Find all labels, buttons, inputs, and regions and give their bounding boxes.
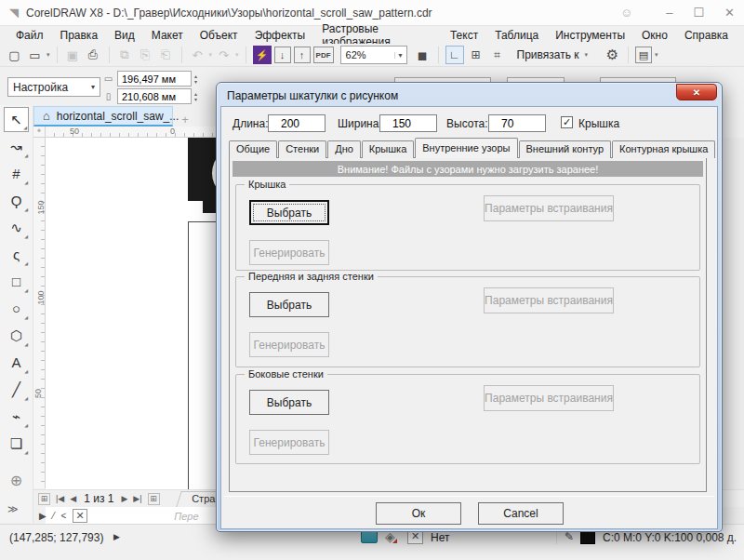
show-guidelines-icon[interactable]: ⌗ (488, 46, 507, 64)
maximize-button[interactable]: ☐ (693, 6, 704, 20)
show-grid-icon[interactable]: ⊞ (467, 46, 485, 64)
tab-inner-patterns[interactable]: Внутренние узоры (415, 138, 517, 158)
menu-tools[interactable]: Инструменты (547, 27, 633, 44)
drop-shadow-tool[interactable]: ❏◢ (4, 431, 29, 456)
open-icon[interactable]: ▭ (26, 46, 44, 64)
snap-to-label[interactable]: Привязать к (517, 48, 579, 61)
tab-walls[interactable]: Стенки (278, 140, 326, 158)
polygon-tool[interactable]: ⬡◢ (4, 323, 29, 348)
add-page-button[interactable]: ⊞ (148, 493, 160, 505)
zoom-tool[interactable]: Ϙ◢ (4, 188, 29, 213)
minimize-button[interactable]: – (666, 6, 672, 20)
add-page-button[interactable]: ⊞ (38, 493, 50, 505)
dialog-close-button[interactable]: ✕ (676, 84, 717, 100)
length-input[interactable] (268, 114, 326, 132)
preset-dropdown-icon[interactable]: ▾ (91, 83, 95, 91)
vertical-ruler[interactable]: 150 100 50 (33, 138, 46, 488)
tab-contour-lid[interactable]: Контурная крышка (612, 140, 715, 158)
lid-select-button[interactable]: Выбрать (249, 200, 329, 225)
import-icon[interactable]: ↓ (274, 47, 291, 63)
options-gear-icon[interactable]: ⚙ (604, 46, 621, 64)
dimension-tool[interactable]: ╱◢ (4, 377, 29, 402)
menu-file[interactable]: Файл (7, 27, 52, 44)
copy-icon[interactable]: ⎘ (137, 46, 154, 64)
show-rulers-icon[interactable]: ∟ (445, 46, 464, 64)
first-page-icon[interactable]: |◀ (56, 494, 64, 503)
shape-tool[interactable]: ↝◢ (4, 134, 29, 159)
spin-down-icon[interactable]: ▾ (194, 97, 197, 102)
page-width-input[interactable] (117, 71, 192, 87)
launcher-dropdown-icon[interactable]: ▾ (655, 51, 658, 59)
connector-tool[interactable]: ⌁◢ (4, 404, 29, 429)
crop-tool[interactable]: #◢ (4, 161, 29, 186)
undo-dropdown-icon[interactable]: ▾ (209, 51, 213, 59)
palette-eyedropper-icon[interactable]: ⁄ (53, 511, 55, 521)
redo-dropdown-icon[interactable]: ▾ (235, 51, 239, 59)
cut-icon[interactable]: ⧉ (116, 46, 134, 64)
palette-scroll-left-icon[interactable]: < (60, 511, 66, 521)
ok-button[interactable]: Ок (376, 502, 461, 525)
freehand-tool[interactable]: ∿◢ (4, 215, 29, 240)
no-color-swatch[interactable]: ✕ (73, 509, 87, 523)
tab-lid[interactable]: Крышка (362, 140, 414, 158)
close-button[interactable]: ✕ (724, 6, 735, 20)
outline-pen-icon[interactable]: ✎ (565, 530, 574, 543)
artistic-media-tool[interactable]: ς◢ (4, 242, 29, 267)
new-tab-button[interactable]: + (173, 113, 197, 127)
undo-icon[interactable]: ↶ (189, 46, 206, 64)
tab-general[interactable]: Общие (229, 140, 277, 158)
publish-pdf-icon[interactable]: PDF (313, 47, 334, 63)
lid-checkbox[interactable]: ✓ (561, 116, 573, 128)
menu-text[interactable]: Текст (442, 27, 486, 44)
prev-page-icon[interactable]: ◀ (70, 494, 76, 503)
zoom-level-combo[interactable]: 62% ▼ (340, 46, 407, 64)
rectangle-tool[interactable]: □◢ (4, 269, 29, 294)
width-input[interactable] (379, 114, 437, 132)
side-walls-select-button[interactable]: Выбрать (249, 390, 329, 415)
menu-edit[interactable]: Правка (52, 27, 107, 44)
search-content-icon[interactable]: ⚡ (253, 46, 272, 64)
ellipse-tool[interactable]: ○◢ (4, 296, 29, 321)
document-tab[interactable]: ⌂ horizontal_scroll_saw_... (33, 106, 173, 127)
tab-bottom[interactable]: Дно (327, 140, 361, 158)
save-icon[interactable]: ▣ (64, 46, 82, 64)
cancel-button[interactable]: Cancel (478, 502, 564, 525)
menu-window[interactable]: Окно (633, 27, 676, 44)
fullscreen-preview-icon[interactable]: ◼ (414, 46, 432, 64)
dialog-title-bar[interactable]: Параметры шкатулки с рисунком ✕ (220, 86, 718, 106)
snap-to-dropdown-icon[interactable]: ▾ (585, 51, 589, 59)
toolbox-expand-icon[interactable]: ≫ (7, 503, 19, 515)
last-page-icon[interactable]: ▶| (133, 494, 141, 503)
front-back-select-button[interactable]: Выбрать (249, 292, 329, 317)
menu-layout[interactable]: Макет (143, 27, 192, 44)
customize-toolbox-button[interactable]: ⊕ (4, 468, 29, 493)
menu-object[interactable]: Объект (192, 27, 246, 44)
ruler-origin-icon[interactable]: ⌖ (33, 127, 46, 138)
print-icon[interactable]: ⎙ (85, 46, 102, 64)
spin-down-icon[interactable]: ▾ (194, 79, 197, 85)
horizontal-ruler[interactable]: 50 0 (46, 127, 216, 138)
app-launcher-icon[interactable]: ▤ (635, 47, 652, 63)
pick-tool[interactable]: ↖◢ (4, 107, 29, 132)
next-page-icon[interactable]: ▶ (121, 494, 127, 503)
menu-help[interactable]: Справка (676, 27, 737, 44)
open-dropdown-icon[interactable]: ▾ (46, 51, 50, 59)
display-color-settings-icon[interactable] (361, 530, 378, 543)
export-icon[interactable]: ↑ (294, 47, 311, 63)
height-input[interactable] (488, 114, 546, 132)
coords-expand-icon[interactable]: ▶ (113, 532, 120, 541)
page-height-input[interactable] (117, 88, 192, 104)
menu-view[interactable]: Вид (106, 27, 143, 44)
text-tool[interactable]: A◢ (4, 350, 29, 375)
tab-outer-contour[interactable]: Внешний контур (519, 140, 612, 158)
redo-icon[interactable]: ↷ (215, 46, 232, 64)
menu-effects[interactable]: Эффекты (246, 27, 314, 44)
zoom-dropdown-icon[interactable]: ▼ (394, 52, 406, 59)
new-document-icon[interactable]: ▢ (6, 46, 23, 64)
account-icon[interactable]: ☺ (620, 6, 632, 20)
palette-expand-icon[interactable]: ▶ (39, 511, 46, 521)
home-icon[interactable]: ⌂ (43, 109, 50, 123)
menu-table[interactable]: Таблица (486, 27, 547, 44)
paste-icon[interactable]: ⎗ (157, 46, 175, 64)
preset-combo[interactable]: Настройка ▾ (7, 77, 100, 97)
